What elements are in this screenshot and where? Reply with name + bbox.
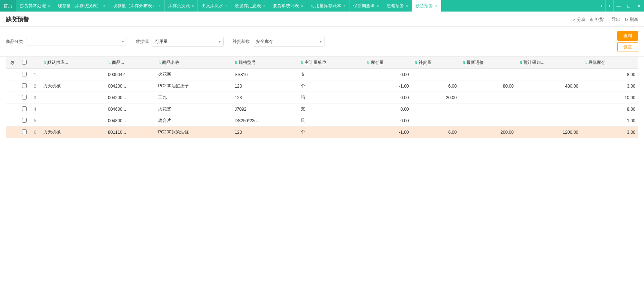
row-number: 3 (30, 92, 40, 103)
tab-item-inventory-status[interactable]: 现存量（库存状况表）× (54, 0, 109, 12)
tab-item-overstock-warning[interactable]: 超储预警× (383, 0, 412, 12)
replenish-basis-select[interactable]: 安全库存 ▾ (253, 37, 325, 47)
settings-button[interactable]: 设置 (617, 42, 638, 52)
row-checkbox[interactable] (22, 106, 27, 111)
tab-close-shortage-warning[interactable]: × (435, 4, 437, 8)
min-stock-cell: 8.00 (581, 103, 638, 115)
tab-maximize-btn[interactable]: □ (624, 0, 634, 12)
replenish-qty-cell (412, 103, 460, 115)
col-header-spec[interactable]: 规格型号 (232, 57, 298, 69)
tab-item-inventory-dist[interactable]: 现存量（库存分布表）× (109, 0, 165, 12)
row-number: 2 (30, 80, 40, 92)
row-checkbox-cell (19, 115, 30, 127)
table-row: 3004200...三九123箱0.0020.0010.00 (6, 92, 638, 103)
product-name-cell: 三九 (155, 92, 232, 103)
spec-cell: 123 (232, 127, 298, 138)
table-row: 10000042火花塞SS816支0.008.00 (6, 69, 638, 80)
tab-label-exception: 拣货异常处理 (20, 3, 46, 9)
table-row: 6力天机械801110...PC200张紧油缸123个-1.006.00200.… (6, 127, 638, 138)
tab-close-inventory-dist[interactable]: × (158, 4, 161, 8)
datasource-filter-group: 数据源 可用量 ▾ (136, 37, 224, 47)
tab-close-demand-stats[interactable]: × (301, 4, 303, 8)
tab-item-batch-account[interactable]: 库存批次账× (165, 0, 198, 12)
estimated-purchase-cell (517, 92, 581, 103)
category-label: 商品分类 (6, 39, 23, 45)
datasource-select[interactable]: 可用量 ▾ (152, 37, 224, 47)
tab-item-available-ledger[interactable]: 可用量库存账本× (307, 0, 349, 12)
tab-label-inventory-status: 现存量（库存状况表） (58, 3, 101, 9)
tab-minimize-btn[interactable]: — (614, 0, 624, 12)
tab-close-expiry-query[interactable]: × (377, 4, 379, 8)
row-checkbox[interactable] (22, 83, 27, 88)
category-dropdown-arrow-icon: ▾ (122, 40, 124, 44)
data-table: ⚙默认供应...商品...商品名称规格型号主计量单位库存量补货量最新进价预计采购… (6, 57, 638, 138)
tab-close-batch-account[interactable]: × (192, 4, 194, 8)
col-header-latest_price[interactable]: 最新进价 (460, 57, 517, 69)
replenish-basis-filter-group: 补货基数 安全库存 ▾ (232, 37, 325, 47)
replenish-label: 补货 (595, 17, 604, 23)
col-header-stock_qty[interactable]: 库存量 (364, 57, 412, 69)
share-label: 分享 (577, 17, 586, 23)
export-label: 导出 (612, 17, 620, 23)
col-header-row_num (30, 57, 40, 69)
tab-label-available-ledger: 可用量库存账本 (311, 3, 341, 9)
default-supplier-cell (40, 115, 105, 127)
col-header-default_supplier[interactable]: 默认供应... (40, 57, 105, 69)
col-header-unit[interactable]: 主计量单位 (298, 57, 364, 69)
table-row: 5004800...离合片DS250*23c...只0.001.00 (6, 115, 638, 127)
row-checkbox[interactable] (22, 95, 27, 100)
row-checkbox[interactable] (22, 129, 27, 134)
unit-cell: 只 (298, 115, 364, 127)
estimated-purchase-cell: 1200.00 (517, 127, 581, 138)
share-action[interactable]: ↗ 分享 (572, 17, 586, 23)
tab-close-overstock-warning[interactable]: × (406, 4, 408, 8)
filter-actions: 查询 设置 (617, 31, 638, 52)
tab-item-in-out-flow[interactable]: 出入库流水× (198, 0, 231, 12)
product-name-cell: PC200油缸庄子 (155, 80, 232, 92)
export-action[interactable]: ↓ 导出 (608, 17, 620, 23)
tab-prev-btn[interactable]: ‹ (598, 0, 606, 12)
query-button[interactable]: 查询 (617, 31, 638, 41)
tab-item-receipt-summary[interactable]: 收发存汇总表× (231, 0, 269, 12)
tab-close-available-ledger[interactable]: × (343, 4, 345, 8)
col-header-product_code[interactable]: 商品... (105, 57, 155, 69)
tab-label-receipt-summary: 收发存汇总表 (235, 3, 261, 9)
select-all-checkbox[interactable] (22, 60, 27, 65)
tab-item-expiry-query[interactable]: 保质期查询× (349, 0, 383, 12)
tab-item-shortage-warning[interactable]: 缺货预警× (412, 0, 441, 12)
min-stock-cell: 3.00 (581, 80, 638, 92)
tab-close-receipt-summary[interactable]: × (263, 4, 265, 8)
col-header-min_stock[interactable]: 最低库存 (581, 57, 638, 69)
default-supplier-cell (40, 69, 105, 80)
tab-item-demand-stats[interactable]: 要货单统计表× (269, 0, 307, 12)
col-header-product_name[interactable]: 商品名称 (155, 57, 232, 69)
unit-cell: 个 (298, 127, 364, 138)
refresh-label: 刷新 (630, 17, 638, 23)
tab-close-exception[interactable]: × (48, 4, 50, 8)
estimated-purchase-cell: 480.00 (517, 80, 581, 92)
table-container: ⚙默认供应...商品...商品名称规格型号主计量单位库存量补货量最新进价预计采购… (0, 57, 644, 138)
tab-label-home: 首页 (4, 3, 12, 9)
tab-item-home[interactable]: 首页 (0, 0, 16, 12)
row-checkbox[interactable] (22, 72, 27, 76)
tab-label-demand-stats: 要货单统计表 (273, 3, 299, 9)
spec-cell: 123 (232, 92, 298, 103)
tab-close-window-btn[interactable]: × (634, 0, 644, 12)
tab-next-btn[interactable]: › (606, 0, 614, 12)
category-select[interactable]: ▾ (26, 38, 127, 45)
replenish-action[interactable]: ⊕ 补货 (590, 17, 604, 23)
col-header-replenish_qty[interactable]: 补货量 (412, 57, 460, 69)
product-code-cell: 004800... (105, 115, 155, 127)
replenish-icon: ⊕ (590, 17, 593, 22)
category-filter-group: 商品分类 ▾ (6, 38, 127, 45)
table-settings-icon[interactable]: ⚙ (10, 60, 15, 66)
tab-item-exception[interactable]: 拣货异常处理× (16, 0, 54, 12)
col-header-estimated_purchase[interactable]: 预计采购... (517, 57, 581, 69)
tab-close-inventory-status[interactable]: × (103, 4, 105, 8)
row-number: 1 (30, 69, 40, 80)
tab-close-in-out-flow[interactable]: × (225, 4, 227, 8)
row-checkbox[interactable] (22, 118, 27, 123)
header-actions: ↗ 分享 ⊕ 补货 ↓ 导出 ↻ 刷新 (572, 17, 638, 23)
refresh-action[interactable]: ↻ 刷新 (625, 17, 638, 23)
export-icon: ↓ (608, 17, 610, 22)
